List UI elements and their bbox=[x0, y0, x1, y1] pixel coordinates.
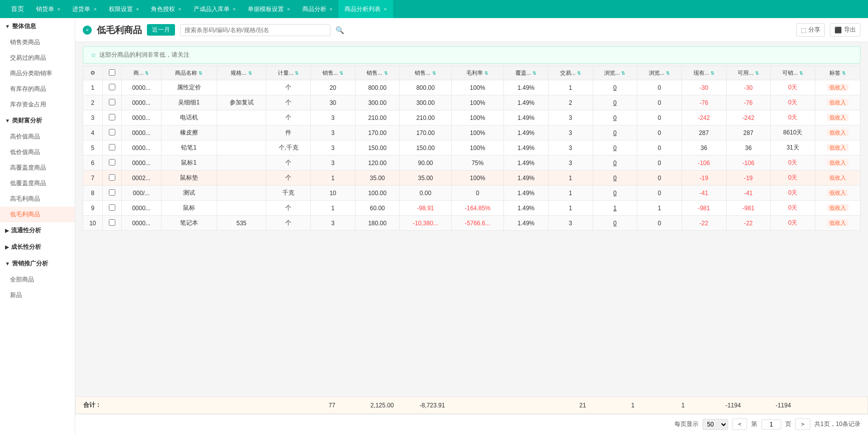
date-filter-button[interactable]: 近一月 bbox=[147, 24, 175, 36]
nav-roles[interactable]: 角色授权 × bbox=[145, 0, 187, 18]
nav-home[interactable]: 首页 bbox=[5, 0, 30, 18]
nav-purchase[interactable]: 进货单 × bbox=[66, 0, 102, 18]
col-name[interactable]: 商品名称 ⇅ bbox=[161, 66, 217, 80]
row-checkbox[interactable] bbox=[109, 174, 115, 181]
cell-checkbox[interactable] bbox=[102, 125, 121, 140]
sidebar-group-flow[interactable]: ▶ 流通性分析 bbox=[0, 222, 75, 239]
nav-analysis-list-close[interactable]: × bbox=[384, 6, 387, 12]
page-size-select[interactable]: 50 100 200 bbox=[703, 419, 728, 430]
row-checkbox[interactable] bbox=[109, 204, 115, 211]
nav-analysis-close[interactable]: × bbox=[329, 6, 332, 12]
sidebar-item-in-stock[interactable]: 有库存的商品 bbox=[0, 81, 75, 97]
cell-checkbox[interactable] bbox=[102, 186, 121, 201]
next-page-btn[interactable]: ＞ bbox=[795, 418, 810, 430]
cell-checkbox[interactable] bbox=[102, 201, 121, 216]
cell-view1[interactable]: 0 bbox=[593, 140, 637, 156]
row-checkbox[interactable] bbox=[109, 159, 115, 166]
cell-view1[interactable]: 0 bbox=[593, 95, 637, 110]
view1-link[interactable]: 1 bbox=[613, 205, 617, 212]
cell-view1[interactable]: 0 bbox=[593, 110, 637, 125]
sidebar-item-new-goods[interactable]: 新品 bbox=[0, 287, 75, 303]
nav-sales-close[interactable]: × bbox=[57, 6, 60, 12]
sidebar-item-capital[interactable]: 库存资金占用 bbox=[0, 97, 75, 112]
row-checkbox[interactable] bbox=[109, 84, 115, 90]
nav-sales[interactable]: 销货单 × bbox=[30, 0, 66, 18]
sidebar-item-traded-goods[interactable]: 交易过的商品 bbox=[0, 50, 75, 66]
view1-link[interactable]: 0 bbox=[613, 160, 617, 167]
sidebar-item-low-coverage[interactable]: 低覆盖度商品 bbox=[0, 176, 75, 191]
nav-templates-close[interactable]: × bbox=[287, 6, 290, 12]
nav-templates[interactable]: 单据模板设置 × bbox=[242, 0, 296, 18]
sidebar-item-all-goods[interactable]: 全部商品 bbox=[0, 272, 75, 287]
col-code[interactable]: 商... ⇅ bbox=[121, 66, 161, 80]
sidebar-item-low-margin[interactable]: 低毛利商品 bbox=[0, 207, 75, 222]
col-gross-margin[interactable]: 毛利率 ⇅ bbox=[451, 66, 503, 80]
view1-link[interactable]: 0 bbox=[613, 114, 617, 121]
cell-view1[interactable]: 0 bbox=[593, 125, 637, 140]
view1-link[interactable]: 0 bbox=[613, 84, 617, 91]
nav-analysis-list[interactable]: 商品分析列表 × bbox=[338, 0, 393, 18]
col-view2[interactable]: 浏览... ⇅ bbox=[637, 66, 682, 80]
sidebar-item-category-rate[interactable]: 商品分类助销率 bbox=[0, 66, 75, 81]
row-checkbox[interactable] bbox=[109, 129, 115, 135]
cell-checkbox[interactable] bbox=[102, 110, 121, 125]
sidebar-group-overall[interactable]: ▼ 整体信息 bbox=[0, 18, 75, 35]
collapse-sidebar-btn[interactable]: « bbox=[83, 26, 92, 35]
sidebar-item-high-coverage[interactable]: 高覆盖度商品 bbox=[0, 160, 75, 176]
col-tag[interactable]: 标签 ⇅ bbox=[815, 66, 860, 80]
cell-checkbox[interactable] bbox=[102, 95, 121, 110]
sidebar-item-sales-goods[interactable]: 销售类商品 bbox=[0, 35, 75, 50]
sidebar-item-high-margin[interactable]: 高毛利商品 bbox=[0, 191, 75, 207]
sidebar-item-low-value[interactable]: 低价值商品 bbox=[0, 144, 75, 160]
sidebar-group-growth[interactable]: ▶ 成长性分析 bbox=[0, 239, 75, 255]
search-icon[interactable]: 🔍 bbox=[335, 26, 344, 34]
nav-analysis[interactable]: 商品分析 × bbox=[296, 0, 338, 18]
view1-link[interactable]: 0 bbox=[613, 144, 617, 152]
cell-view1[interactable]: 0 bbox=[593, 171, 637, 186]
sidebar-group-marketing[interactable]: ▼ 营销推广分析 bbox=[0, 255, 75, 272]
nav-roles-close[interactable]: × bbox=[178, 6, 181, 12]
col-current-stock[interactable]: 现有... ⇅ bbox=[681, 66, 726, 80]
view1-link[interactable]: 0 bbox=[613, 190, 617, 197]
col-coverage[interactable]: 覆盖... ⇅ bbox=[504, 66, 549, 80]
col-sellable[interactable]: 可销... ⇅ bbox=[771, 66, 815, 80]
cell-view1[interactable]: 0 bbox=[593, 80, 637, 95]
prev-page-btn[interactable]: ＜ bbox=[732, 418, 747, 430]
view1-link[interactable]: 0 bbox=[613, 129, 617, 136]
col-available[interactable]: 可用... ⇅ bbox=[726, 66, 771, 80]
share-button[interactable]: ⬚ 分享 bbox=[796, 23, 825, 37]
row-checkbox[interactable] bbox=[109, 219, 115, 226]
cell-view1[interactable]: 1 bbox=[593, 201, 637, 216]
cell-view1[interactable]: 0 bbox=[593, 186, 637, 201]
sidebar-group-wealth[interactable]: ▼ 类财富分析 bbox=[0, 112, 75, 129]
nav-products-close[interactable]: × bbox=[233, 6, 236, 12]
view1-link[interactable]: 0 bbox=[613, 220, 617, 227]
view1-link[interactable]: 0 bbox=[613, 99, 617, 106]
page-number-input[interactable] bbox=[761, 419, 781, 429]
col-sales-amount[interactable]: 销售... ⇅ bbox=[400, 66, 451, 80]
row-checkbox[interactable] bbox=[109, 189, 115, 196]
nav-permissions-close[interactable]: × bbox=[136, 6, 139, 12]
cell-checkbox[interactable] bbox=[102, 171, 121, 186]
nav-purchase-close[interactable]: × bbox=[93, 6, 96, 12]
cell-checkbox[interactable] bbox=[102, 80, 121, 95]
cell-checkbox[interactable] bbox=[102, 216, 121, 231]
export-button[interactable]: ⬛ 导出 bbox=[830, 23, 860, 37]
col-spec[interactable]: 规格... ⇅ bbox=[217, 66, 266, 80]
col-sales-price[interactable]: 销售... ⇅ bbox=[355, 66, 400, 80]
col-view1[interactable]: 浏览... ⇅ bbox=[593, 66, 637, 80]
col-unit[interactable]: 计量... ⇅ bbox=[266, 66, 311, 80]
select-all-checkbox[interactable] bbox=[109, 69, 115, 76]
row-checkbox[interactable] bbox=[109, 144, 115, 151]
col-transaction[interactable]: 交易... ⇅ bbox=[548, 66, 593, 80]
sidebar-item-high-value[interactable]: 高价值商品 bbox=[0, 129, 75, 144]
row-checkbox[interactable] bbox=[109, 114, 115, 120]
cell-checkbox[interactable] bbox=[102, 156, 121, 171]
nav-products[interactable]: 产成品入库单 × bbox=[188, 0, 242, 18]
cell-view1[interactable]: 0 bbox=[593, 216, 637, 231]
view1-link[interactable]: 0 bbox=[613, 175, 617, 182]
col-checkbox[interactable] bbox=[102, 66, 121, 80]
row-checkbox[interactable] bbox=[109, 99, 115, 105]
nav-permissions[interactable]: 权限设置 × bbox=[103, 0, 145, 18]
search-input[interactable] bbox=[180, 24, 330, 36]
